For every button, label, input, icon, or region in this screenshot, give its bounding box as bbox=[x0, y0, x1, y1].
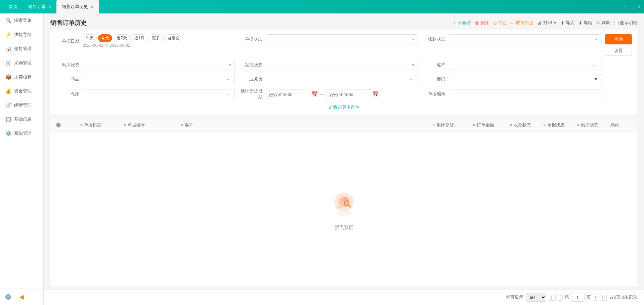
first-page-button[interactable]: ⟨⟨ bbox=[549, 294, 556, 301]
next-page-button[interactable]: ⟩ bbox=[593, 294, 598, 301]
goods-more-btn[interactable]: ··· bbox=[225, 77, 232, 82]
date-btn-1month[interactable]: 近1月 bbox=[131, 34, 148, 42]
sidebar-item-finance[interactable]: 💰 资金管理 bbox=[0, 84, 43, 98]
th-status[interactable]: ⇅ 单据状态 bbox=[541, 122, 574, 128]
th-receipt[interactable]: ⇅ 收款状态 bbox=[507, 122, 541, 128]
th-number[interactable]: ⇅ 单据编号 bbox=[121, 122, 178, 128]
customer-more-btn[interactable]: ··· bbox=[592, 63, 598, 68]
filter-status-label: 单据状态 bbox=[239, 36, 266, 42]
display-detail-checkbox-group[interactable]: 显示明细 bbox=[614, 20, 637, 26]
page-total: 共0页,0条记录 bbox=[609, 294, 637, 300]
sidebar-collapse-icon[interactable]: ◀ bbox=[16, 292, 27, 302]
calendar-to-icon[interactable]: 📅 bbox=[372, 91, 379, 98]
warehouse-status-select[interactable]: ▼ bbox=[83, 60, 235, 70]
date-btn-more[interactable]: 更多 bbox=[149, 34, 163, 42]
filter-date-group: 单据日期 昨天 今天 近7天 近1月 更多 自定义 2023-06-02 至 2… bbox=[56, 34, 235, 48]
finance-icon: 💰 bbox=[5, 88, 11, 94]
refresh-icon: ↻ bbox=[596, 21, 600, 26]
delete-icon: 🗑 bbox=[475, 21, 479, 26]
receipt-status-arrow: ▼ bbox=[595, 38, 598, 41]
th-settings[interactable] bbox=[53, 122, 65, 128]
quick-nav-icon: ⚡ bbox=[5, 32, 11, 38]
last-page-button[interactable]: ⟩⟩ bbox=[600, 294, 607, 301]
window-close-icon[interactable]: × bbox=[638, 4, 641, 10]
date-btn-7days[interactable]: 近7天 bbox=[114, 34, 130, 42]
sidebar-item-sales[interactable]: 📊 销售管理 bbox=[0, 42, 43, 56]
th-customer-sort-icon: ⇅ bbox=[181, 123, 183, 127]
delivery-date-from[interactable] bbox=[266, 89, 309, 99]
th-check[interactable] bbox=[65, 123, 77, 127]
window-minimize-icon[interactable]: ─ bbox=[624, 4, 628, 10]
th-date-sort-icon: ⇅ bbox=[80, 123, 83, 127]
filter-goods-group: 商品 ··· bbox=[56, 74, 235, 84]
tab-sales-order-history-close[interactable]: × bbox=[91, 4, 93, 9]
empty-state: 暂无数据 bbox=[327, 187, 361, 231]
salesperson-more-btn[interactable]: ··· bbox=[409, 77, 415, 82]
page-title: 销售订单历史 bbox=[50, 19, 87, 27]
th-customer[interactable]: ⇅ 客户 bbox=[178, 122, 430, 128]
select-all-checkbox[interactable] bbox=[68, 123, 72, 127]
sidebar-settings-icon[interactable]: ⚙️ bbox=[3, 292, 13, 302]
sidebar-item-operation-label: 经营管理 bbox=[14, 102, 32, 108]
delete-button[interactable]: 🗑 删除 bbox=[475, 20, 489, 26]
th-operation: 操作 bbox=[608, 122, 635, 128]
sidebar: 🔍 搜索菜单 ⚡ 快捷导航 📊 销售管理 🛒 采购管理 📦 库存核算 💰 资金管… bbox=[0, 13, 44, 305]
top-bar-right: ─ □ × bbox=[624, 4, 641, 10]
display-detail-checkbox[interactable] bbox=[614, 21, 618, 25]
filter-receipt-status-group: 收款状态 ▼ bbox=[422, 34, 601, 44]
stop-button[interactable]: ⊘ 中止 bbox=[493, 20, 507, 26]
date-btn-today[interactable]: 今天 bbox=[98, 34, 112, 42]
filter-completion-group: 完成状态 ▼ bbox=[239, 60, 418, 70]
sidebar-item-purchase[interactable]: 🛒 采购管理 bbox=[0, 56, 43, 70]
prev-page-button[interactable]: ⟨ bbox=[558, 294, 563, 301]
th-amount[interactable]: ⇅ 订单金额 bbox=[470, 122, 507, 128]
date-btn-yesterday[interactable]: 昨天 bbox=[83, 34, 97, 42]
query-button[interactable]: 查询 bbox=[605, 34, 632, 44]
display-detail-label: 显示明细 bbox=[620, 20, 637, 26]
dept-select[interactable]: ▼ bbox=[449, 74, 601, 84]
th-date[interactable]: ⇅ 单据日期 bbox=[77, 122, 121, 128]
tab-sales-order[interactable]: 销售订单 × bbox=[23, 0, 56, 13]
completion-select[interactable]: ▼ bbox=[266, 60, 418, 70]
tab-home[interactable]: 首页 bbox=[3, 0, 23, 13]
calendar-from-icon[interactable]: 📅 bbox=[311, 91, 318, 98]
order-num-input[interactable] bbox=[449, 89, 601, 99]
receipt-status-select[interactable]: ▼ bbox=[449, 34, 601, 44]
refresh-button[interactable]: ↻ 刷新 bbox=[596, 20, 610, 26]
import-button[interactable]: ⬆ 导入 bbox=[561, 20, 574, 26]
export-button[interactable]: ⬇ 导出 bbox=[578, 20, 592, 26]
sidebar-item-quick-nav[interactable]: ⚡ 快捷导航 bbox=[0, 28, 43, 42]
th-delivery-sort-icon: ⇅ bbox=[432, 123, 435, 127]
purchase-icon: 🛒 bbox=[5, 60, 11, 66]
filter-warehouse-status-label: 出库状态 bbox=[56, 62, 83, 68]
page-nav: ⟨⟨ ⟨ 第 页 ⟩ ⟩⟩ bbox=[549, 293, 607, 302]
sidebar-item-base[interactable]: 📋 基础信息 bbox=[0, 112, 43, 126]
sidebar-item-inventory[interactable]: 📦 库存核算 bbox=[0, 70, 43, 84]
sidebar-item-search[interactable]: 🔍 搜索菜单 bbox=[0, 13, 43, 28]
sidebar-item-system[interactable]: ⚙️ 系统管理 bbox=[0, 126, 43, 141]
tab-sales-order-close[interactable]: × bbox=[48, 4, 51, 9]
sidebar-item-operation[interactable]: 📈 经营管理 bbox=[0, 98, 43, 112]
th-warehouse[interactable]: ⇅ 出库状态 bbox=[574, 122, 608, 128]
filter-delivery-date-group: 预计交货日期 📅 — 📅 bbox=[239, 88, 418, 100]
warehouse-more-btn[interactable]: ··· bbox=[225, 92, 232, 97]
filter-customer-label: 客户 bbox=[422, 62, 449, 68]
top-bar: 首页 销售订单 × 销售订单历史 × ─ □ × bbox=[0, 0, 644, 13]
settings-button[interactable]: 设置 bbox=[605, 46, 632, 56]
date-btn-custom[interactable]: 自定义 bbox=[164, 34, 182, 42]
status-select[interactable]: ▼ bbox=[266, 34, 418, 44]
delivery-date-to[interactable] bbox=[327, 89, 370, 99]
cancel-stop-button[interactable]: ↩ 取消中止 bbox=[511, 20, 533, 26]
base-icon: 📋 bbox=[5, 116, 11, 122]
add-button[interactable]: ＋ + 新增 bbox=[453, 20, 471, 26]
window-maximize-icon[interactable]: □ bbox=[631, 4, 634, 10]
completion-arrow: ▼ bbox=[412, 63, 415, 67]
table-settings-icon bbox=[56, 122, 61, 128]
th-delivery[interactable]: ⇅ 预计交货... bbox=[430, 122, 470, 128]
print-button[interactable]: 🖨 打印 ▼ bbox=[538, 20, 557, 26]
page-size-select[interactable]: 50 100 200 bbox=[526, 293, 546, 302]
page-number-input[interactable] bbox=[571, 293, 585, 302]
page-size-label: 每页显示 bbox=[506, 294, 523, 300]
tab-sales-order-history[interactable]: 销售订单历史 × bbox=[56, 0, 99, 13]
collapse-button[interactable]: ∧ 收起更多条件 bbox=[329, 104, 359, 110]
